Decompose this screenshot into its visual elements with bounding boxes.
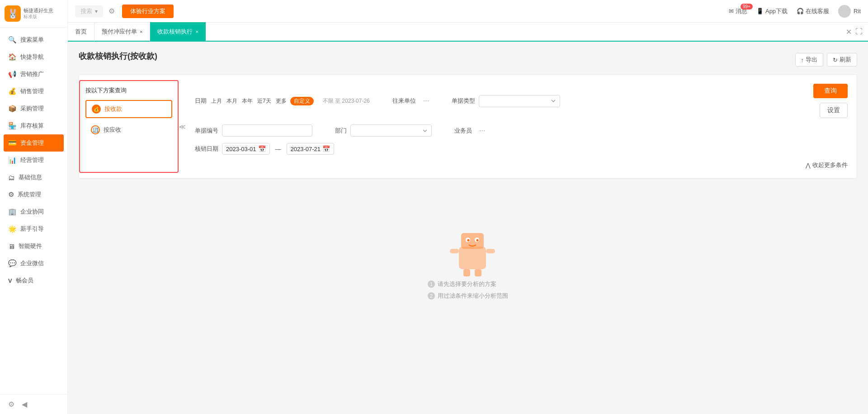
export-icon: ↑ <box>801 57 804 63</box>
sidebar-item-search[interactable]: 🔍 搜索菜单 <box>0 31 67 48</box>
empty-hint-2: 2 用过滤条件来缩小分析范围 <box>428 290 508 302</box>
staff-dots[interactable]: ··· <box>479 127 485 135</box>
app-icon: 📱 <box>756 8 764 14</box>
export-button[interactable]: ↑ 导出 <box>795 53 824 67</box>
collapse-sidebar-button[interactable]: ◀ <box>22 400 27 409</box>
sidebar-item-sales[interactable]: 💰 销售管理 <box>0 83 67 100</box>
sidebar-item-purchase[interactable]: 📦 采购管理 <box>0 100 67 117</box>
sidebar-item-wechat-label: 企业微信 <box>20 259 44 267</box>
filter-option-receipt[interactable]: 💰 按收款 <box>85 100 172 118</box>
sidebar-item-system[interactable]: ⚙ 系统管理 <box>0 186 67 203</box>
filter-options: 💰 按收款 🔄 按应收 <box>85 100 172 138</box>
date-more[interactable]: 更多 <box>275 97 288 105</box>
sidebar-item-marketing-label: 营销推广 <box>20 70 44 78</box>
sidebar-item-guide[interactable]: 🌟 新手引导 <box>0 220 67 238</box>
search-icon: 🔍 <box>8 36 17 44</box>
logo-area: 🐰 畅捷通好生意 标准版 <box>0 0 67 28</box>
message-button[interactable]: ✉ 消息 99+ <box>729 7 747 15</box>
sidebar-item-funds[interactable]: 💳 资金管理 <box>4 134 64 152</box>
tab-prepay-label: 预付冲应付单 <box>102 22 137 41</box>
app-download-button[interactable]: 📱 App下载 <box>756 7 788 15</box>
user-menu[interactable]: Rit <box>838 5 861 18</box>
sidebar-item-enterprise[interactable]: 🏢 企业协同 <box>0 203 67 220</box>
sales-icon: 💰 <box>8 87 17 95</box>
collapse-more-button[interactable]: ⋀ 收起更多条件 <box>195 161 848 169</box>
date-last-7days[interactable]: 近7天 <box>256 97 272 105</box>
date-this-month[interactable]: 本月 <box>226 97 238 105</box>
header-gear-icon[interactable]: ⚙ <box>108 7 115 15</box>
sidebar-item-hardware[interactable]: 🖥 智能硬件 <box>0 238 67 255</box>
counterparty-dots[interactable]: ··· <box>423 97 429 105</box>
tab-prepay[interactable]: 预付冲应付单 × <box>94 22 150 41</box>
tab-home[interactable]: 首页 <box>68 22 94 41</box>
logo-subtitle: 标准版 <box>24 14 53 20</box>
purchase-icon: 📦 <box>8 105 17 113</box>
sidebar-item-marketing[interactable]: 📢 营销推广 <box>0 66 67 83</box>
verdate-end: 2023-07-21 <box>291 146 321 152</box>
date-last-month[interactable]: 上月 <box>210 97 223 105</box>
tab-home-label: 首页 <box>75 22 87 41</box>
hint-num-2: 2 <box>428 292 435 300</box>
sidebar-item-basic[interactable]: 🗂 基础信息 <box>0 169 67 186</box>
sidebar-item-member-label: 畅会员 <box>16 276 33 285</box>
filter-doctype-field: 单据类型 <box>452 95 560 107</box>
sidebar-item-hardware-label: 智能硬件 <box>19 242 42 250</box>
verdate-start-wrapper[interactable]: 2023-03-01 📅 <box>222 143 270 155</box>
sidebar-item-wechat[interactable]: 💬 企业微信 <box>0 255 67 272</box>
doctype-label: 单据类型 <box>452 97 475 105</box>
svg-rect-6 <box>450 249 459 253</box>
sidebar-item-operations[interactable]: 📊 经营管理 <box>0 152 67 169</box>
message-badge: 99+ <box>741 4 753 10</box>
settings-icon[interactable]: ⚙ <box>8 400 14 409</box>
filter-row-3: 核销日期 2023-03-01 📅 — 2023-07-21 📅 <box>195 143 848 155</box>
robot-svg <box>445 224 500 278</box>
filter-option-receivable[interactable]: 🔄 按应收 <box>85 122 172 138</box>
enterprise-icon: 🏢 <box>8 208 17 216</box>
app-label: App下载 <box>765 7 788 15</box>
maximize-icon[interactable]: ⛶ <box>855 28 863 36</box>
close-window-icon[interactable]: ✕ <box>846 28 852 36</box>
solution-button[interactable]: 体验行业方案 <box>122 5 174 18</box>
calendar-start-icon: 📅 <box>258 145 266 152</box>
sidebar-item-enterprise-label: 企业协同 <box>20 208 44 216</box>
header-dropdown-icon[interactable]: ▾ <box>95 8 98 14</box>
header-search-area[interactable]: 搜索 ▾ <box>75 5 103 17</box>
hardware-icon: 🖥 <box>8 243 15 250</box>
filter-verdate-field: 核销日期 2023-03-01 📅 — 2023-07-21 📅 <box>195 143 334 155</box>
page-content: 收款核销执行(按收款) ↑ 导出 ↻ 刷新 按以下方案查询 💰 <box>68 42 868 414</box>
verdate-label: 核销日期 <box>195 145 218 153</box>
sidebar-nav: 🔍 搜索菜单 🏠 快捷导航 📢 营销推广 💰 销售管理 📦 采购管理 🏪 库存核… <box>0 28 67 394</box>
filter-collapse-toggle[interactable]: ≪ <box>179 80 186 173</box>
tab-collection[interactable]: 收款核销执行 × <box>150 22 206 41</box>
tab-actions: ✕ ⛶ <box>840 28 868 36</box>
top-header: 搜索 ▾ ⚙ 体验行业方案 ✉ 消息 99+ 📱 App下载 🎧 在线客服 R <box>68 0 868 23</box>
refresh-button[interactable]: ↻ 刷新 <box>827 53 857 67</box>
user-avatar <box>838 5 851 18</box>
sidebar-item-purchase-label: 采购管理 <box>20 105 44 113</box>
docno-input[interactable] <box>222 124 312 137</box>
basic-icon: 🗂 <box>8 174 15 181</box>
verdate-start: 2023-03-01 <box>226 146 256 152</box>
receivable-icon: 🔄 <box>91 125 100 134</box>
docno-label: 单据编号 <box>195 127 218 135</box>
filter-left-panel: 按以下方案查询 💰 按收款 🔄 按应收 <box>79 80 179 173</box>
verdate-end-wrapper[interactable]: 2023-07-21 📅 <box>287 143 335 155</box>
hint-text-1: 请先选择要分析的方案 <box>438 278 496 290</box>
settings-button[interactable]: 设置 <box>820 103 848 118</box>
filter-date-field: 日期 上月 本月 本年 近7天 更多 自定义 <box>195 97 314 105</box>
sidebar-item-inventory[interactable]: 🏪 库存核算 <box>0 117 67 134</box>
dept-select[interactable] <box>350 124 432 137</box>
tab-prepay-close[interactable]: × <box>140 22 142 41</box>
sidebar-item-quicknav[interactable]: 🏠 快捷导航 <box>0 48 67 66</box>
doctype-select[interactable] <box>479 95 560 107</box>
online-service-button[interactable]: 🎧 在线客服 <box>797 7 829 15</box>
filter-option-receivable-label: 按应收 <box>104 126 121 134</box>
date-custom-badge[interactable]: 自定义 <box>290 97 314 105</box>
svg-point-5 <box>476 239 479 242</box>
query-button[interactable]: 查询 <box>813 84 848 98</box>
header-left: 搜索 ▾ ⚙ 体验行业方案 <box>75 5 729 18</box>
tab-collection-close[interactable]: × <box>195 22 198 41</box>
receipt-icon: 💰 <box>92 105 101 114</box>
date-this-year[interactable]: 本年 <box>241 97 254 105</box>
sidebar-item-member[interactable]: V 畅会员 <box>0 272 67 289</box>
